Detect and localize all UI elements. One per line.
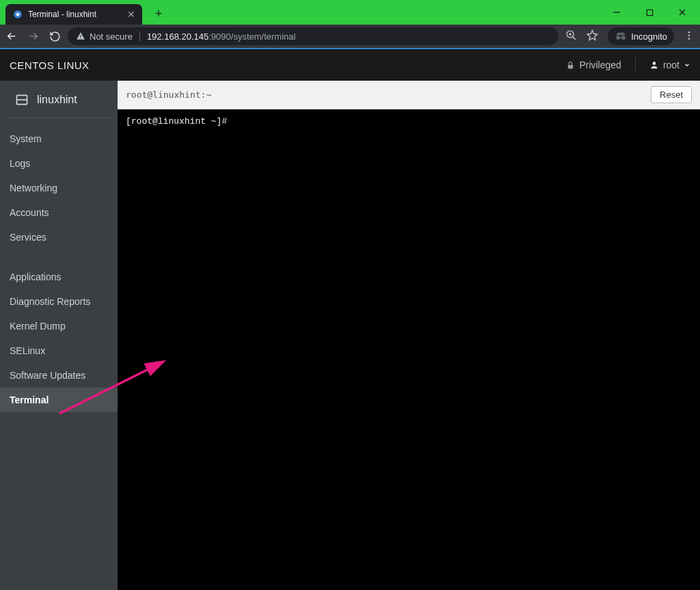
incognito-icon (615, 31, 627, 41)
back-button[interactable] (5, 30, 18, 42)
svg-rect-7 (80, 38, 81, 38)
maximize-button[interactable] (636, 2, 663, 23)
content-pane: root@linuxhint:~ Reset [root@linuxhint ~… (118, 81, 700, 590)
sidebar-item-applications[interactable]: Applications (0, 265, 118, 289)
tabs-area: Terminal - linuxhint ✕ + (0, 0, 168, 25)
separator (139, 31, 140, 41)
sidebar-item-diagnostic-reports[interactable]: Diagnostic Reports (0, 289, 118, 314)
close-tab-icon[interactable]: ✕ (127, 9, 135, 20)
incognito-chip[interactable]: Incognito (608, 27, 674, 45)
toolbar-right: Incognito (565, 27, 695, 45)
bookmark-icon[interactable] (587, 29, 598, 43)
user-label: root (663, 59, 679, 70)
sidebar-group-core: System Logs Networking Accounts Services (0, 126, 118, 250)
tab-title: Terminal - linuxhint (28, 10, 122, 19)
chevron-down-icon (684, 62, 690, 68)
svg-rect-14 (620, 38, 622, 39)
svg-point-15 (688, 31, 690, 33)
sidebar-spacer (0, 250, 118, 265)
svg-point-13 (621, 36, 625, 40)
sidebar-host[interactable]: linuxhint (5, 85, 112, 118)
window-titlebar: Terminal - linuxhint ✕ + (0, 0, 700, 25)
forward-button[interactable] (27, 30, 40, 42)
sidebar-item-services[interactable]: Services (0, 225, 118, 250)
svg-rect-6 (80, 35, 81, 37)
terminal-prompt: [root@linuxhint ~]# (126, 116, 692, 126)
terminal-body[interactable]: [root@linuxhint ~]# (118, 109, 700, 590)
cockpit-favicon-icon (12, 9, 23, 20)
not-secure-label: Not secure (90, 31, 133, 42)
svg-rect-3 (647, 10, 652, 15)
svg-point-12 (616, 36, 620, 40)
privileged-label: Privileged (579, 59, 621, 70)
url-field[interactable]: Not secure 192.168.20.145:9090/system/te… (68, 27, 558, 45)
svg-point-1 (16, 13, 20, 16)
sidebar-item-terminal[interactable]: Terminal (0, 388, 118, 412)
header-right: Privileged root (566, 57, 690, 72)
privileged-indicator[interactable]: Privileged (566, 59, 621, 70)
user-menu[interactable]: root (649, 59, 690, 70)
window-controls (603, 2, 700, 23)
user-icon (649, 60, 659, 70)
sidebar-item-system[interactable]: System (0, 126, 118, 151)
address-bar: Not secure 192.168.20.145:9090/system/te… (0, 25, 700, 48)
url-text: 192.168.20.145:9090/system/terminal (147, 31, 296, 42)
app-header: CENTOS LINUX Privileged root (0, 48, 700, 81)
svg-line-9 (573, 37, 576, 40)
sidebar-host-label: linuxhint (37, 94, 77, 106)
warning-icon (76, 31, 85, 41)
security-status[interactable]: Not secure (76, 31, 133, 42)
svg-point-19 (653, 62, 656, 65)
svg-rect-18 (568, 64, 574, 68)
sidebar-item-software-updates[interactable]: Software Updates (0, 363, 118, 388)
sidebar-item-networking[interactable]: Networking (0, 176, 118, 200)
reset-button[interactable]: Reset (651, 86, 692, 103)
terminal-path: root@linuxhint:~ (126, 90, 211, 100)
sidebar-item-accounts[interactable]: Accounts (0, 200, 118, 225)
sidebar-item-logs[interactable]: Logs (0, 151, 118, 176)
sidebar-item-selinux[interactable]: SELinux (0, 338, 118, 363)
svg-point-16 (688, 34, 690, 36)
zoom-icon[interactable] (565, 29, 577, 43)
nav-buttons (5, 30, 61, 42)
server-icon (15, 93, 29, 107)
browser-menu-icon[interactable] (684, 30, 695, 43)
new-tab-button[interactable]: + (149, 4, 168, 23)
sidebar-group-extra: Applications Diagnostic Reports Kernel D… (0, 265, 118, 412)
brand-title: CENTOS LINUX (10, 59, 90, 71)
svg-point-17 (688, 38, 690, 40)
incognito-label: Incognito (631, 31, 667, 42)
app-body: linuxhint System Logs Networking Account… (0, 81, 700, 590)
reload-button[interactable] (49, 31, 61, 42)
sidebar-item-kernel-dump[interactable]: Kernel Dump (0, 314, 118, 338)
sidebar: linuxhint System Logs Networking Account… (0, 81, 118, 590)
separator (635, 57, 636, 72)
terminal-header: root@linuxhint:~ Reset (118, 81, 700, 109)
browser-tab[interactable]: Terminal - linuxhint ✕ (5, 4, 142, 25)
minimize-button[interactable] (603, 2, 630, 23)
lock-icon (566, 61, 575, 70)
close-window-button[interactable] (669, 2, 696, 23)
